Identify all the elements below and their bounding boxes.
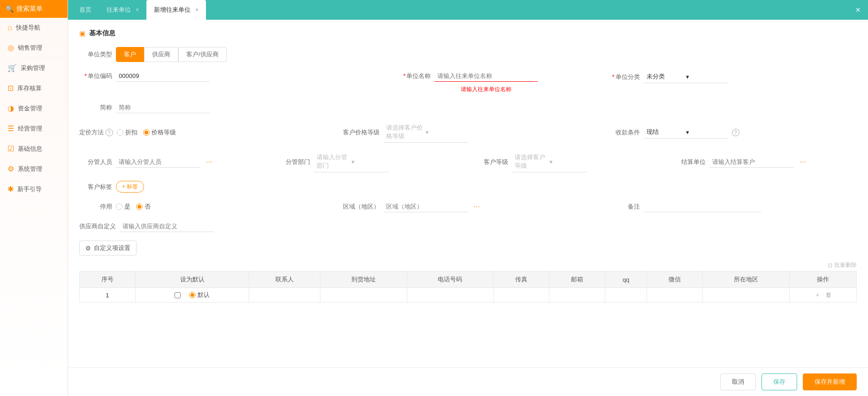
sidebar-item-label: 库存核算 [17, 84, 42, 93]
save-new-button[interactable]: 保存并新增 [803, 373, 857, 390]
save-button[interactable]: 保存 [761, 373, 797, 390]
manager-label: 分管人员 [79, 158, 112, 166]
disabled-radio-group: 是 否 [116, 202, 151, 211]
col-fax: 传真 [494, 272, 549, 288]
pricing-method-label: 定价方法 ? [79, 128, 113, 137]
inventory-icon: ⊡ [8, 84, 14, 93]
sidebar-item-quick-nav[interactable]: ⌂ 快捷导航 [0, 18, 68, 38]
row-add-icon[interactable]: ＋ [815, 291, 821, 298]
finance-icon: ◑ [8, 104, 14, 113]
tab-new-partner-close[interactable]: × [195, 7, 198, 13]
payment-terms-select[interactable]: 现结 ▾ [644, 126, 728, 139]
row-delete-icon[interactable]: 🗑 [825, 291, 831, 298]
pricing-level[interactable]: 价格等级 [143, 128, 176, 137]
remark-input[interactable] [644, 201, 761, 212]
sidebar-item-purchase[interactable]: 🛒 采购管理 [0, 58, 68, 78]
default-radio-item[interactable]: 默认 [189, 291, 210, 299]
sidebar-item-guide[interactable]: ✱ 新手引导 [0, 179, 68, 199]
disabled-area-row: 停用 是 否 区域（地区） ··· 备注 [79, 201, 857, 212]
disabled-no[interactable]: 否 [136, 202, 151, 211]
sidebar-item-label: 新手引导 [17, 185, 42, 194]
home-icon: ⌂ [8, 23, 12, 32]
unit-type-field: 单位类型 客户 供应商 客户/供应商 [79, 47, 314, 62]
unit-code-field: *单位编码 [79, 70, 329, 82]
disabled-field: 停用 是 否 [79, 202, 329, 211]
tab-partner[interactable]: 往来单位 × [99, 0, 146, 20]
col-phone: 电话号码 [407, 272, 494, 288]
sidebar-item-label: 系统管理 [18, 165, 42, 173]
area-more-icon[interactable]: ··· [472, 202, 481, 211]
pricing-discount[interactable]: 折扣 [117, 128, 137, 137]
custom-settings-button[interactable]: ⚙ 自定义项设置 [79, 241, 137, 256]
unit-category-field: *单位分类 未分类 ▾ [607, 70, 857, 83]
pricing-discount-radio[interactable] [117, 129, 123, 136]
col-contact: 联系人 [249, 272, 320, 288]
pricing-level-radio[interactable] [143, 129, 150, 136]
sales-icon: ◎ [8, 43, 14, 52]
unit-type-supplier[interactable]: 供应商 [144, 47, 178, 62]
area-input[interactable] [383, 201, 468, 212]
disabled-yes[interactable]: 是 [116, 202, 130, 211]
cancel-button[interactable]: 取消 [720, 373, 756, 390]
add-tag-button[interactable]: + 标签 [116, 181, 144, 193]
manager-more-icon[interactable]: ··· [204, 158, 214, 166]
sidebar-item-finance[interactable]: ◑ 资金管理 [0, 98, 68, 118]
sidebar-item-label: 资金管理 [18, 104, 42, 113]
unit-type-both[interactable]: 客户/供应商 [178, 47, 227, 62]
settlement-label: 结算单位 [673, 158, 706, 166]
settlement-more-icon[interactable]: ··· [798, 158, 807, 166]
dept-select[interactable]: 请输入分管部门 ▾ [314, 151, 389, 172]
batch-delete-icon: ⊡ [828, 262, 832, 269]
remark-field: 备注 [607, 201, 857, 212]
supplier-custom-label: 供应商自定义 [79, 222, 116, 231]
customer-price-level-select[interactable]: 请选择客户价格等级 ▾ [383, 122, 468, 143]
row-checkbox[interactable] [175, 292, 181, 298]
short-name-input[interactable] [116, 102, 210, 113]
customer-price-level-label: 客户价格等级 [343, 128, 380, 137]
batch-delete-label[interactable]: 批量删除 [834, 261, 857, 269]
code-name-category-row: *单位编码 *单位名称 请输入往来单位名称 *单位分类 未分类 ▾ [79, 70, 857, 93]
unit-name-field: *单位名称 请输入往来单位名称 [343, 70, 593, 93]
sidebar-item-sales[interactable]: ◎ 销售管理 [0, 38, 68, 58]
sidebar-item-operation[interactable]: ☰ 经营管理 [0, 118, 68, 139]
manager-input[interactable] [116, 156, 200, 168]
col-action: 操作 [789, 272, 856, 288]
manager-row: 分管人员 ··· 分管部门 请输入分管部门 ▾ 客户等级 请选择客户等级 ▾ 结… [79, 151, 857, 172]
payment-chevron-icon: ▾ [686, 129, 725, 136]
pricing-radio-group: 折扣 价格等级 [117, 128, 176, 137]
cell-action: ＋ 🗑 [789, 288, 856, 303]
customer-tag-label: 客户标签 [79, 183, 112, 191]
sidebar-search-label: 搜索菜单 [16, 5, 43, 13]
customer-tag-field: 客户标签 + 标签 [79, 181, 857, 193]
disabled-yes-radio[interactable] [116, 203, 122, 210]
unit-name-input[interactable] [434, 70, 538, 82]
unit-category-select[interactable]: 未分类 ▾ [644, 70, 728, 83]
price-level-chevron-icon: ▾ [426, 129, 465, 136]
sidebar-item-basic[interactable]: ☑ 基础信息 [0, 139, 68, 159]
default-radio[interactable] [189, 292, 196, 298]
supplier-custom-input[interactable] [120, 221, 213, 232]
tab-partner-close[interactable]: × [136, 7, 139, 13]
window-close-button[interactable]: × [852, 5, 864, 15]
sidebar-item-inventory[interactable]: ⊡ 库存核算 [0, 78, 68, 98]
unit-type-customer[interactable]: 客户 [116, 47, 144, 62]
customer-price-level-placeholder: 请选择客户价格等级 [386, 124, 426, 140]
col-qq: qq [605, 272, 647, 288]
sidebar-item-system[interactable]: ⚙ 系统管理 [0, 159, 68, 179]
tab-home[interactable]: 首页 [72, 0, 99, 20]
sidebar-item-label: 经营管理 [18, 124, 42, 133]
pricing-help-icon[interactable]: ? [106, 129, 113, 136]
customer-price-level-field: 客户价格等级 请选择客户价格等级 ▾ [343, 122, 593, 143]
customer-level-select[interactable]: 请选择客户等级 ▾ [512, 151, 587, 172]
cell-address [320, 288, 407, 303]
cell-region [703, 288, 790, 303]
form-footer: 取消 保存 保存并新增 [68, 367, 868, 396]
payment-help-icon[interactable]: ? [732, 129, 739, 136]
basic-icon: ☑ [8, 144, 14, 153]
settlement-input[interactable] [709, 156, 794, 168]
disabled-label: 停用 [79, 202, 112, 211]
unit-code-input[interactable] [116, 70, 210, 82]
tab-new-partner[interactable]: 新增往来单位 × [146, 0, 206, 20]
sidebar-search[interactable]: 🔍 搜索菜单 [0, 0, 68, 18]
disabled-no-radio[interactable] [136, 203, 143, 210]
